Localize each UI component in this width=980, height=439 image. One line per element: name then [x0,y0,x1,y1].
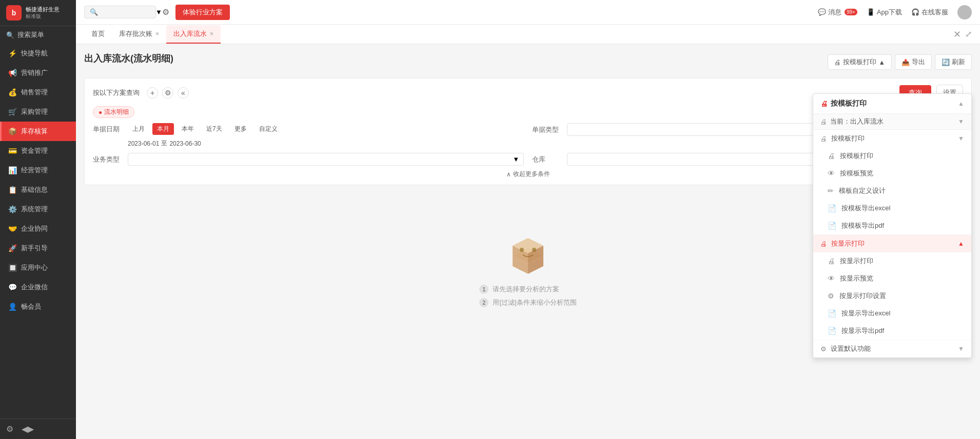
print-btn[interactable]: 🖨 按模板打印 ▲ [828,54,892,70]
date-to: 2023-06-30 [169,140,201,147]
biz-type-select[interactable]: ▼ [128,153,524,166]
sidebar-item-icon: 🛒 [8,108,17,116]
display-pdf-label: 按显示导出pdf [841,326,884,335]
refresh-label: 刷新 [952,57,965,67]
empty-illustration [497,225,559,276]
sidebar-item-系统管理[interactable]: ⚙️ 系统管理 [0,199,76,219]
sidebar-item-企业协同[interactable]: 🤝 企业协同 [0,219,76,238]
sidebar-item-资金管理[interactable]: 💳 资金管理 [0,141,76,161]
app-version: 标准版 [26,13,60,20]
refresh-btn[interactable]: 🔄 刷新 [935,54,972,70]
settings-icon[interactable]: ⚙ [6,424,13,434]
settings-filter-btn[interactable]: ⚙ [162,87,173,98]
topbar-search-box[interactable]: 🔍 ▼ [84,6,156,18]
dropdown-icon: ▼ [155,8,162,16]
template-print-icon: 🖨 [828,152,835,160]
display-excel-icon: 📄 [828,309,836,317]
template-print-item[interactable]: 🖨 按模板打印 [813,147,971,165]
window-close-icon[interactable]: ✕ [953,29,961,40]
date-this-month[interactable]: 本月 [152,123,174,135]
sidebar-item-label: 基础信息 [21,185,48,194]
panel-footer[interactable]: ⚙ 设置默认功能 ▼ [813,340,971,357]
collapse-icon[interactable]: ◀▶ [22,424,34,434]
export-btn[interactable]: 📤 导出 [895,54,932,70]
search-input[interactable] [101,9,152,16]
display-section-header[interactable]: 🖨 按显示打印 ▲ [813,235,971,252]
display-section-label: 按显示打印 [831,239,865,248]
display-settings-label: 按显示打印设置 [839,291,886,301]
topbar-left: 🔍 ▼ ⚙ 体验行业方案 [84,5,230,20]
svg-point-7 [532,248,536,252]
template-excel-item[interactable]: 📄 按模板导出excel [813,199,971,217]
date-more[interactable]: 更多 [230,123,251,135]
add-filter-btn[interactable]: + [147,87,158,98]
filter-label: 按以下方案查询 [93,88,140,97]
panel-print-icon: 🖨 [820,99,828,108]
tab-inventory-batch[interactable]: 库存批次账 × [112,25,166,44]
sidebar-item-快捷导航[interactable]: ⚡ 快捷导航 [0,44,76,63]
tab-inventory-batch-label: 库存批次账 [119,29,152,38]
sidebar-item-采购管理[interactable]: 🛒 采购管理 [0,102,76,122]
sidebar-item-icon: 👤 [8,303,17,311]
refresh-icon: 🔄 [942,58,950,66]
template-design-item[interactable]: ✏ 模板自定义设计 [813,182,971,199]
sidebar-item-营销推广[interactable]: 📢 营销推广 [0,63,76,83]
template-preview-item[interactable]: 👁 按模板预览 [813,165,971,182]
sidebar-item-畅会员[interactable]: 👤 畅会员 [0,297,76,316]
sidebar-item-label: 企业微信 [21,283,48,292]
display-pdf-item[interactable]: 📄 按显示导出pdf [813,322,971,340]
panel-title: 按模板打印 [831,99,867,108]
window-expand-icon[interactable]: ⤢ [965,29,972,39]
sidebar-item-销售管理[interactable]: 💰 销售管理 [0,83,76,102]
template-section-header[interactable]: 🖨 按模板打印 ▼ [813,130,971,147]
sidebar-item-新手引导[interactable]: 🚀 新手引导 [0,238,76,258]
tab-flow[interactable]: 出入库流水 × [166,25,221,44]
current-expand[interactable]: ▼ [958,118,964,125]
panel-chevron-up[interactable]: ▲ [958,100,964,107]
template-design-label: 模板自定义设计 [839,186,886,195]
tab-home[interactable]: 首页 [84,25,112,44]
gear-icon[interactable]: ⚙ [162,7,169,17]
message-btn[interactable]: 💬 消息 99+ [818,8,857,17]
panel-header: 🖨 按模板打印 ▲ [813,94,971,114]
export-label: 导出 [912,57,925,67]
doc-type-label: 单据类型 [532,125,563,134]
sidebar: b 畅捷通好生意 标准版 🔍 搜索菜单 ⚡ 快捷导航 📢 营销推广 💰 销售管理… [0,0,76,439]
date-custom[interactable]: 自定义 [254,123,282,135]
display-settings-item[interactable]: ⚙ 按显示打印设置 [813,287,971,305]
sidebar-item-企业微信[interactable]: 💬 企业微信 [0,277,76,297]
sidebar-search[interactable]: 🔍 搜索菜单 [0,26,76,44]
tab-home-label: 首页 [91,29,105,38]
collapse-label: 收起更多条件 [513,170,550,178]
tab-inventory-batch-close[interactable]: × [155,30,159,37]
user-avatar[interactable] [957,5,972,19]
sidebar-item-label: 经营管理 [21,166,48,175]
display-preview-item[interactable]: 👁 按显示预览 [813,270,971,287]
sidebar-item-应用中心[interactable]: 🔲 应用中心 [0,258,76,277]
template-pdf-item[interactable]: 📄 按模板导出pdf [813,217,971,234]
display-excel-label: 按显示导出excel [841,309,890,318]
sidebar-footer: ⚙ ◀▶ [0,418,76,439]
date-last-month[interactable]: 上月 [128,123,149,135]
sidebar-item-库存核算[interactable]: 📦 库存核算 [0,122,76,141]
date-7days[interactable]: 近7天 [202,123,227,135]
collapse-filter-btn[interactable]: « [178,87,189,98]
display-print-item[interactable]: 🖨 按显示打印 [813,252,971,270]
sidebar-item-icon: 📢 [8,69,17,77]
display-excel-item[interactable]: 📄 按显示导出excel [813,305,971,322]
sidebar-item-icon: 📊 [8,166,17,174]
online-service-btn[interactable]: 🎧 在线客服 [911,8,948,17]
app-download-btn[interactable]: 📱 App下载 [867,8,902,17]
sidebar-item-基础信息[interactable]: 📋 基础信息 [0,180,76,199]
template-preview-label: 按模板预览 [840,169,873,178]
sidebar-item-经营管理[interactable]: 📊 经营管理 [0,161,76,180]
date-this-year[interactable]: 本年 [177,123,199,135]
online-service-label: 在线客服 [922,8,948,17]
filter-date: 单据日期 上月 本月 本年 近7天 更多 自定义 [93,123,524,135]
industry-btn[interactable]: 体验行业方案 [175,5,230,20]
message-icon: 💬 [818,8,826,16]
template-preview-icon: 👁 [828,169,835,177]
tab-flow-close[interactable]: × [210,30,213,37]
sidebar-item-label: 畅会员 [21,302,41,311]
sidebar-item-label: 资金管理 [21,146,48,155]
